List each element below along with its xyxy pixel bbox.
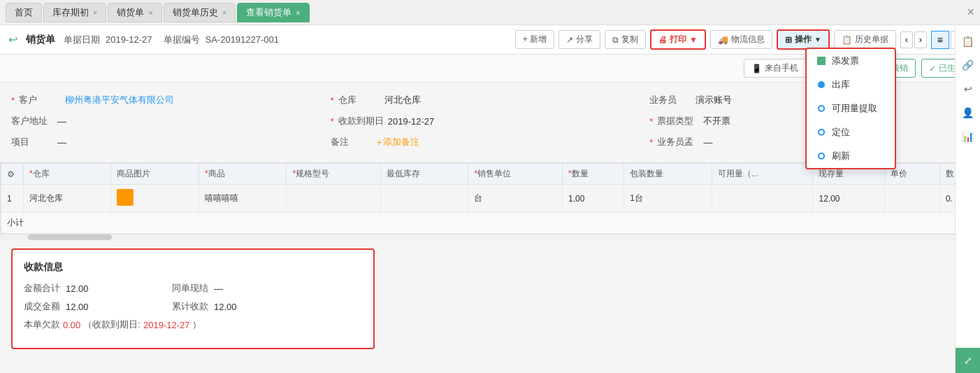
tab-sales-label: 销货单 — [117, 6, 144, 19]
from-phone-btn[interactable]: 📱 来自手机 — [744, 59, 806, 78]
add-note-btn[interactable]: + 添加备注 — [377, 136, 420, 148]
th-spec: *规格型号 — [287, 164, 381, 185]
refresh-label: 刷新 — [832, 150, 850, 162]
warehouse-required: * — [331, 95, 334, 106]
dropdown-available-extract[interactable]: 可用量提取 — [807, 97, 895, 120]
toolbar-left: ↩ 销货单 单据日期 2019-12-27 单据编号 SA-20191227-0… — [8, 33, 510, 46]
staff-value: 演示账号 — [696, 94, 732, 106]
h-scrollbar[interactable] — [0, 234, 980, 240]
cell-warehouse: 河北仓库 — [24, 185, 111, 213]
staff2-label: 业务员孟 — [657, 136, 699, 148]
sidebar-icon-return[interactable]: ↩ — [958, 78, 979, 99]
toolbar-actions: + 新增 ↗ 分享 ⧉ 复制 🖨 打印 ▼ 🚚 物流信息 ⊞ 操作 ▼ — [515, 29, 972, 50]
deal-amount-label: 成交金额 — [24, 300, 60, 313]
right-sidebar: 📋 🔗 ↩ 👤 📊 ⤢ — [955, 25, 980, 373]
tab-view-sales[interactable]: 查看销货单 × — [237, 3, 309, 22]
cell-spec — [287, 185, 381, 213]
deal-amount-item: 成交金额 12.00 — [24, 300, 150, 313]
warehouse-label: 仓库 — [338, 94, 380, 106]
customer-field: * 客户 柳州粤港平安气体有限公司 — [11, 94, 331, 106]
customer-label: 客户 — [19, 94, 61, 106]
sidebar-icon-link[interactable]: 🔗 — [958, 55, 979, 76]
outbound-icon — [816, 80, 826, 90]
total-amount-value: 12.00 — [66, 283, 89, 294]
logistics-icon: 🚚 — [718, 35, 728, 45]
table-row: 1 河北仓库 嘻嘻嘻嘻 台 1.00 1台 12.00 0. — [1, 185, 979, 213]
tab-inventory[interactable]: 库存期初 × — [43, 3, 106, 22]
tab-sales-close[interactable]: × — [148, 8, 152, 17]
tab-inventory-label: 库存期初 — [52, 6, 89, 19]
total-amount-label: 金额合计 — [24, 282, 60, 295]
tab-home-label: 首页 — [15, 6, 33, 19]
data-table-wrap: ⚙ *仓库 商品图片 *商品 *规格型号 最低库存 *销售单位 *数量 包装数量… — [0, 162, 980, 234]
operate-btn[interactable]: ⊞ 操作 ▼ — [777, 29, 830, 50]
address-field: 客户地址 — — [11, 115, 331, 127]
subtotal-row: 小计 — [1, 213, 979, 234]
copy-btn[interactable]: ⧉ 复制 — [605, 30, 646, 49]
payment-info-panel: 收款信息 金额合计 12.00 同单现结 — 成交金额 12.00 累计收款 1… — [11, 248, 375, 349]
sidebar-icon-doc[interactable]: 📋 — [958, 31, 979, 52]
prev-btn[interactable]: ‹ — [900, 31, 913, 48]
sidebar-icon-expand[interactable]: ⤢ — [956, 348, 980, 373]
print-btn[interactable]: 🖨 打印 ▼ — [650, 29, 706, 50]
close-all-btn[interactable]: × — [967, 5, 974, 20]
new-btn[interactable]: + 新增 — [515, 30, 554, 49]
sidebar-icon-chart[interactable]: 📊 — [958, 126, 979, 147]
dropdown-add-invoice[interactable]: 添发票 — [807, 49, 895, 73]
cell-available — [712, 185, 813, 213]
history-btn[interactable]: 📋 历史单据 — [834, 30, 896, 49]
ticket-label: 票据类型 — [657, 115, 699, 127]
same-order-value: — — [214, 283, 223, 294]
tab-history-close[interactable]: × — [222, 8, 226, 17]
owed-label: 本单欠款 — [24, 318, 60, 331]
cell-product[interactable]: 嘻嘻嘻嘻 — [199, 185, 286, 213]
logistics-btn[interactable]: 🚚 物流信息 — [710, 30, 772, 49]
add-note-icon: + — [377, 137, 382, 148]
payment-info-title: 收款信息 — [24, 261, 362, 274]
tab-inventory-close[interactable]: × — [93, 8, 97, 17]
sidebar-icon-user[interactable]: 👤 — [958, 102, 979, 123]
outbound-label: 出库 — [832, 78, 850, 91]
h-scroll-thumb[interactable] — [28, 234, 112, 240]
owed-item: 本单欠款 0.00 （收款到期日: 2019-12-27 ） — [24, 318, 201, 331]
refresh-icon — [816, 151, 826, 161]
project-label: 项目 — [11, 136, 53, 148]
available-extract-icon — [816, 104, 826, 113]
view-list-btn[interactable]: ≡ — [931, 31, 949, 49]
operate-dropdown-arrow: ▼ — [814, 36, 821, 43]
staff2-value: — — [703, 137, 712, 148]
owed-note: （收款到期日: — [83, 318, 140, 331]
tab-home[interactable]: 首页 — [6, 3, 42, 22]
tab-history-label: 销货单历史 — [173, 6, 218, 19]
print-dropdown-arrow: ▼ — [689, 35, 698, 45]
cell-min-stock — [380, 185, 468, 213]
ticket-value: 不开票 — [703, 115, 730, 127]
dropdown-locate[interactable]: 定位 — [807, 120, 895, 144]
cell-current: 12.00 — [813, 185, 884, 213]
tab-history[interactable]: 销货单历史 × — [164, 3, 236, 22]
th-settings[interactable]: ⚙ — [1, 164, 24, 185]
customer-required: * — [11, 95, 15, 106]
payment-info-row-3: 本单欠款 0.00 （收款到期日: 2019-12-27 ） — [24, 318, 362, 331]
page-wrapper: 首页 库存期初 × 销货单 × 销货单历史 × 查看销货单 × × ↩ 销货单 … — [0, 0, 980, 373]
project-field: 项目 — — [11, 136, 331, 148]
cell-no: 1 — [1, 185, 24, 213]
locate-label: 定位 — [832, 126, 850, 139]
owed-end: ） — [192, 318, 201, 331]
same-order-item: 同单现结 — — [172, 282, 298, 295]
dropdown-refresh[interactable]: 刷新 — [807, 144, 895, 168]
payment-date-value: 2019-12-27 — [388, 116, 435, 127]
cell-pack-qty: 1台 — [624, 185, 712, 213]
cumulative-item: 累计收款 12.00 — [172, 300, 298, 313]
doc-title: 销货单 — [26, 34, 55, 46]
dropdown-outbound[interactable]: 出库 — [807, 73, 895, 97]
tab-view-sales-close[interactable]: × — [296, 8, 300, 17]
customer-value[interactable]: 柳州粤港平安气体有限公司 — [65, 94, 174, 106]
warehouse-value: 河北仓库 — [384, 94, 421, 106]
tab-sales[interactable]: 销货单 × — [108, 3, 161, 22]
next-btn[interactable]: › — [914, 31, 927, 48]
cumulative-value: 12.00 — [214, 302, 237, 312]
share-btn[interactable]: ↗ 分享 — [559, 30, 600, 49]
operate-icon: ⊞ — [785, 35, 792, 45]
ticket-required: * — [649, 116, 653, 127]
